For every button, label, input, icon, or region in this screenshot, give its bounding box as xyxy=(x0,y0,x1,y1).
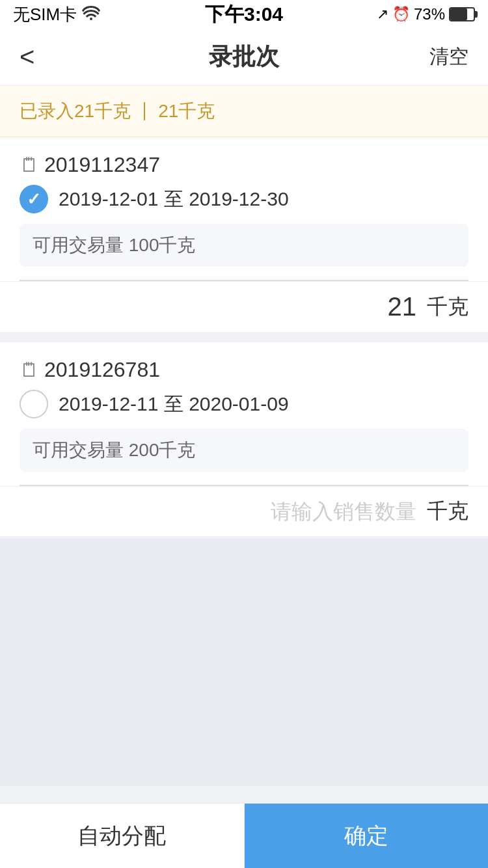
batch-1-id-row: 🗒 2019112347 xyxy=(20,153,468,177)
batch-card-2-inner: 🗒 2019126781 2019-12-11 至 2020-01-09 可用交… xyxy=(0,342,488,472)
batch-card-2: 🗒 2019126781 2019-12-11 至 2020-01-09 可用交… xyxy=(0,342,488,536)
batch-1-date-row: 2019-12-01 至 2019-12-30 xyxy=(20,185,468,213)
info-divider xyxy=(144,102,145,120)
batch-2-unit-label: 千克 xyxy=(427,497,468,526)
batch-1-id: 2019112347 xyxy=(44,153,160,177)
batch-1-radio[interactable] xyxy=(20,185,48,213)
battery-text: 73% xyxy=(414,5,445,23)
batch-1-avail: 可用交易量 100千克 xyxy=(20,224,468,267)
location-icon: ↗ xyxy=(377,6,388,23)
page-title: 录批次 xyxy=(209,41,279,73)
batch-1-qty-unit: 千克 xyxy=(427,293,468,321)
card-spacer xyxy=(0,334,488,342)
batch-2-radio[interactable] xyxy=(20,390,48,418)
info-bar: 已录入21千克 21千克 xyxy=(0,86,488,137)
batch-2-avail: 可用交易量 200千克 xyxy=(20,429,468,472)
wifi-icon xyxy=(82,5,100,25)
batch-2-date-row: 2019-12-11 至 2020-01-09 xyxy=(20,390,468,418)
recorded-info-value: 21千克 xyxy=(158,99,215,124)
batch-2-date: 2019-12-11 至 2020-01-09 xyxy=(59,391,289,418)
carrier-text: 无SIM卡 xyxy=(13,3,77,26)
alarm-icon: ⏰ xyxy=(392,6,410,23)
auto-distribute-button[interactable]: 自动分配 xyxy=(0,804,245,868)
batch-2-id-row: 🗒 2019126781 xyxy=(20,358,468,382)
empty-area xyxy=(0,539,488,786)
batch-2-qty-input-row: 千克 xyxy=(0,486,488,536)
clear-button[interactable]: 清空 xyxy=(429,44,468,70)
batch-2-icon: 🗒 xyxy=(20,359,39,381)
status-right: ↗ ⏰ 73% xyxy=(377,5,475,23)
battery-icon xyxy=(449,7,475,21)
batch-card-1-inner: 🗒 2019112347 2019-12-01 至 2019-12-30 可用交… xyxy=(0,137,488,267)
batch-1-icon: 🗒 xyxy=(20,154,39,176)
batch-1-qty-value: 21 xyxy=(388,292,417,321)
recorded-info-label: 已录入21千克 xyxy=(20,99,131,124)
batch-1-date: 2019-12-01 至 2019-12-30 xyxy=(59,186,289,213)
time-display: 下午3:04 xyxy=(205,1,283,28)
bottom-bar: 自动分配 确定 xyxy=(0,803,488,868)
status-bar: 无SIM卡 下午3:04 ↗ ⏰ 73% xyxy=(0,0,488,29)
batch-2-id: 2019126781 xyxy=(44,358,160,382)
batch-1-qty-row: 21 千克 xyxy=(0,281,488,332)
batch-card-1: 🗒 2019112347 2019-12-01 至 2019-12-30 可用交… xyxy=(0,137,488,332)
back-button[interactable]: < xyxy=(20,42,59,72)
content-wrapper: 🗒 2019112347 2019-12-01 至 2019-12-30 可用交… xyxy=(0,137,488,851)
confirm-button[interactable]: 确定 xyxy=(245,804,489,868)
batch-2-qty-input[interactable] xyxy=(221,500,416,524)
status-left: 无SIM卡 xyxy=(13,3,100,26)
nav-bar: < 录批次 清空 xyxy=(0,29,488,86)
